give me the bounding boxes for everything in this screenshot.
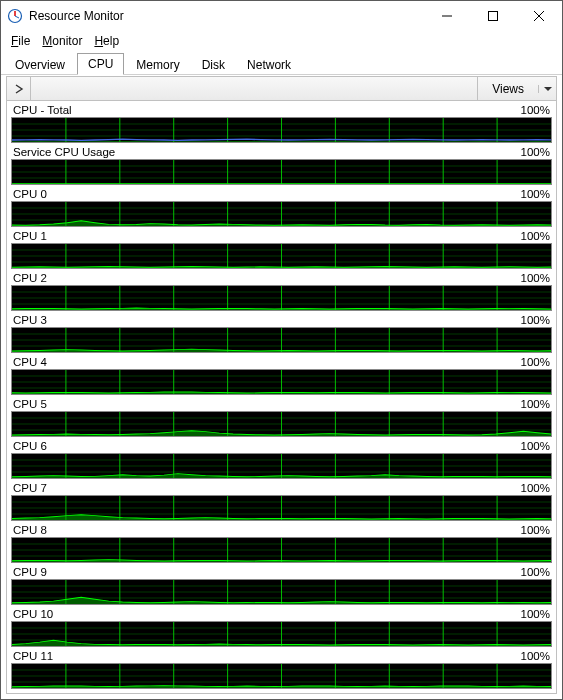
app-icon: [7, 8, 23, 24]
graph-canvas: [11, 537, 552, 563]
graph-cpu-4: CPU 4100%: [11, 355, 552, 395]
graph-label: CPU 0: [13, 188, 47, 200]
graph-label: CPU 10: [13, 608, 53, 620]
menubar: File Monitor Help: [1, 31, 562, 51]
graph-scale: 100%: [521, 566, 550, 578]
graph-canvas: [11, 117, 552, 143]
graph-toolbar: Views: [7, 77, 556, 101]
views-label: Views: [478, 82, 538, 96]
graph-canvas: [11, 663, 552, 689]
minimize-button[interactable]: [424, 1, 470, 31]
window-title: Resource Monitor: [29, 9, 424, 23]
graph-label: Service CPU Usage: [13, 146, 115, 158]
menu-monitor[interactable]: Monitor: [36, 32, 88, 50]
graph-canvas: [11, 411, 552, 437]
graph-service-cpu-usage: Service CPU Usage100%: [11, 145, 552, 185]
content-pane: Views CPU - Total100%Service CPU Usage10…: [6, 76, 557, 694]
tabbar: Overview CPU Memory Disk Network: [1, 51, 562, 75]
chevron-right-icon: [14, 84, 24, 94]
graph-cpu-8: CPU 8100%: [11, 523, 552, 563]
svg-rect-2: [489, 12, 498, 21]
graph-scale: 100%: [521, 650, 550, 662]
graph-canvas: [11, 495, 552, 521]
graph-canvas: [11, 159, 552, 185]
tab-disk[interactable]: Disk: [192, 55, 235, 75]
graph-canvas: [11, 579, 552, 605]
graph-canvas: [11, 201, 552, 227]
graph-scale: 100%: [521, 608, 550, 620]
graph-scale: 100%: [521, 272, 550, 284]
graph-scale: 100%: [521, 524, 550, 536]
graph-cpu-10: CPU 10100%: [11, 607, 552, 647]
graph-label: CPU 5: [13, 398, 47, 410]
graph-scale: 100%: [521, 314, 550, 326]
maximize-button[interactable]: [470, 1, 516, 31]
close-button[interactable]: [516, 1, 562, 31]
menu-file[interactable]: File: [5, 32, 36, 50]
graph-cpu-total: CPU - Total100%: [11, 103, 552, 143]
graph-canvas: [11, 285, 552, 311]
graph-canvas: [11, 327, 552, 353]
graph-scale: 100%: [521, 188, 550, 200]
svg-line-3: [534, 11, 544, 21]
graph-cpu-11: CPU 11100%: [11, 649, 552, 689]
graph-scale: 100%: [521, 146, 550, 158]
graph-label: CPU 2: [13, 272, 47, 284]
menu-help[interactable]: Help: [88, 32, 125, 50]
graph-label: CPU 6: [13, 440, 47, 452]
graph-scale: 100%: [521, 482, 550, 494]
graph-cpu-2: CPU 2100%: [11, 271, 552, 311]
graph-scale: 100%: [521, 356, 550, 368]
graphs-container[interactable]: CPU - Total100%Service CPU Usage100%CPU …: [7, 101, 556, 693]
graph-label: CPU - Total: [13, 104, 72, 116]
graph-cpu-0: CPU 0100%: [11, 187, 552, 227]
graph-label: CPU 3: [13, 314, 47, 326]
tab-memory[interactable]: Memory: [126, 55, 189, 75]
titlebar[interactable]: Resource Monitor: [1, 1, 562, 31]
graph-label: CPU 11: [13, 650, 53, 662]
graph-cpu-5: CPU 5100%: [11, 397, 552, 437]
graph-canvas: [11, 369, 552, 395]
chevron-down-icon: [538, 85, 556, 93]
graph-canvas: [11, 243, 552, 269]
graph-label: CPU 9: [13, 566, 47, 578]
graph-label: CPU 4: [13, 356, 47, 368]
graph-label: CPU 1: [13, 230, 47, 242]
graph-cpu-6: CPU 6100%: [11, 439, 552, 479]
graph-canvas: [11, 453, 552, 479]
graph-scale: 100%: [521, 398, 550, 410]
tab-network[interactable]: Network: [237, 55, 301, 75]
graph-scale: 100%: [521, 230, 550, 242]
graph-label: CPU 8: [13, 524, 47, 536]
graph-scale: 100%: [521, 104, 550, 116]
graph-cpu-7: CPU 7100%: [11, 481, 552, 521]
graph-cpu-1: CPU 1100%: [11, 229, 552, 269]
collapse-button[interactable]: [7, 77, 31, 100]
views-dropdown[interactable]: Views: [477, 77, 556, 100]
svg-line-4: [534, 11, 544, 21]
graph-canvas: [11, 621, 552, 647]
tab-cpu[interactable]: CPU: [77, 53, 124, 75]
tab-overview[interactable]: Overview: [5, 55, 75, 75]
graph-label: CPU 7: [13, 482, 47, 494]
graph-cpu-3: CPU 3100%: [11, 313, 552, 353]
graph-cpu-9: CPU 9100%: [11, 565, 552, 605]
graph-scale: 100%: [521, 440, 550, 452]
